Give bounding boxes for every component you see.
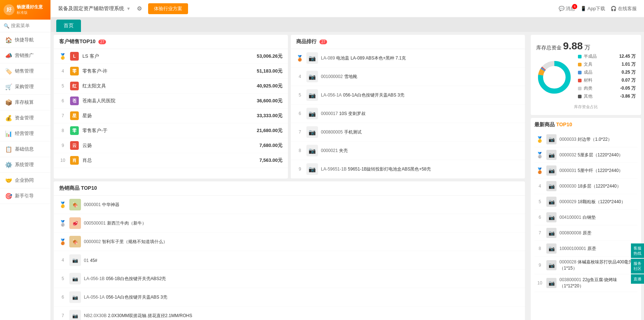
home-icon: 🏠 <box>5 37 12 43</box>
medal-bronze-icon: 🥉 <box>296 55 303 62</box>
sidebar-item-jichu[interactable]: 📋基础信息 <box>0 141 50 157</box>
customer-amount: 53,006.26元 <box>257 53 282 60</box>
sidebar-item-yingxiao[interactable]: 📣营销推广 <box>0 48 50 63</box>
rank-number: 9 <box>536 263 543 268</box>
legend-dot <box>578 71 582 74</box>
settings-icon[interactable]: ⚙ <box>134 4 144 14</box>
rank-number: 8 <box>536 246 543 251</box>
gear-icon: ⚙️ <box>5 161 12 168</box>
customer-ranking-card: 客户销售TOP10 27 🥇 L LS 客户 53,006.26元 <box>54 35 288 179</box>
float-btn-community[interactable]: 服务社区 <box>631 259 644 274</box>
rank-number: 5 <box>536 199 543 204</box>
customer-name: LS 客户 <box>82 53 253 60</box>
rank-number: 7 <box>536 230 543 235</box>
product-info: 003800001 22g鱼豆腐·烧烤味（1*12*20） <box>559 277 636 289</box>
product-info: 001000002 雪地靴 <box>321 74 519 80</box>
new-products-list: 🥇 📷 0000033 封边带（1.0*22） 🥈 📷 0000032 5厘多 <box>534 132 637 292</box>
product-image: 📷 <box>306 108 318 119</box>
sidebar-item-xiaoshou[interactable]: 🏷️销售管理 <box>0 63 50 79</box>
product-image: 📷 <box>306 126 318 138</box>
product-info: 000800008 原垄 <box>559 230 636 236</box>
product-ranking-header: 商品排行 27 <box>291 35 525 49</box>
product-image: 📷 <box>546 134 557 144</box>
list-item: 5 📷 0000029 18颗粒板（1220*2440） <box>534 194 637 210</box>
product-info: 0000030 18多层（1220*2440） <box>559 183 636 189</box>
message-badge[interactable]: 💬 消息 6 <box>559 5 575 12</box>
customer-badge: 零 <box>70 126 79 135</box>
medal-silver-icon: 🥈 <box>536 152 543 159</box>
product-image: 📷 <box>69 254 81 266</box>
product-image: 🍖 <box>69 199 81 210</box>
customer-amount: 33,333.00元 <box>257 112 282 119</box>
customer-name: 星扬 <box>82 112 253 119</box>
sidebar-item-xinshou[interactable]: 🎯新手引导 <box>0 188 50 204</box>
handshake-icon: 🤝 <box>5 177 12 184</box>
sidebar-item-zijin[interactable]: 💰资金管理 <box>0 110 50 126</box>
phone-icon: 📱 <box>580 6 586 11</box>
middle-panel: 客户销售TOP10 27 🥇 L LS 客户 53,006.26元 <box>51 32 528 320</box>
table-row: 10 肖 肖总 7,563.00元 <box>54 153 288 168</box>
top-section: 客户销售TOP10 27 🥇 L LS 客户 53,006.26元 <box>54 35 525 179</box>
product-image: 📷 <box>306 145 318 156</box>
cart-icon: 🛒 <box>5 83 12 90</box>
rank-number: 4 <box>536 184 543 189</box>
product-info: LA-59651-1B 59651-1B旋转投影灯电池盒ABS黑色+58壳 <box>321 166 519 172</box>
customer-amount: 7,563.00元 <box>259 157 282 164</box>
customer-badge: 肖 <box>70 156 79 165</box>
chart-icon: 📊 <box>5 130 12 137</box>
legend-dot <box>578 55 582 58</box>
list-item: 9 📷 LA-59651-1B 59651-1B旋转投影灯电池盒ABS黑色+58… <box>291 160 525 179</box>
legend-dot <box>578 79 582 82</box>
product-image: 🍖 <box>69 236 81 247</box>
product-info: 0000033 封边带（1.0*22） <box>559 136 636 143</box>
rank-number: 5 <box>59 83 66 89</box>
sidebar-nav: 🏠快捷导航 📣营销推广 🏷️销售管理 🛒采购管理 📦库存核算 💰资金管理 📊经营… <box>0 32 50 320</box>
inventory-value: 9.88 <box>563 40 583 52</box>
inventory-unit: 万 <box>583 44 590 50</box>
customer-amount: 21,680.00元 <box>257 127 282 134</box>
online-service[interactable]: 🎧 在线客服 <box>611 5 637 12</box>
page-tabs: 首页 <box>51 17 644 32</box>
product-ranking-list: 🥉 📷 LA-089 电池盖 LA-089 ABS本色+黑种 7.1克 4 📷 <box>291 49 525 179</box>
product-image: 📷 <box>546 243 557 254</box>
list-item: 4 📷 01 45# <box>54 251 525 270</box>
chart-container: 半成品 12.45 万 文具 1.01 万 成品 0.25 万 <box>536 53 636 101</box>
float-btn-service[interactable]: 客服热线 <box>631 243 644 258</box>
sidebar-item-kuaijie[interactable]: 🏠快捷导航 <box>0 32 50 48</box>
sidebar-item-xitong[interactable]: ⚙️系统管理 <box>0 157 50 173</box>
sidebar-item-kucun[interactable]: 📦库存核算 <box>0 95 50 110</box>
product-info: 0000002 智利车子里（规格不知道填什么） <box>84 239 519 245</box>
product-info: 01 45# <box>84 258 519 263</box>
app-download[interactable]: 📱 App下载 <box>580 5 605 12</box>
tab-home[interactable]: 首页 <box>56 20 81 32</box>
product-info: 10000100001 原垄 <box>559 246 636 252</box>
product-info: LA-089 电池盖 LA-089 ABS本色+黑种 7.1克 <box>321 55 519 61</box>
customer-name: 零售客户-于 <box>82 127 253 134</box>
main-area: 装备及固定资产辅助管理系统 ▼ ⚙ 体验行业方案 💬 消息 6 📱 App下载 … <box>51 0 644 320</box>
customer-name: 云扬 <box>82 142 256 149</box>
float-btn-live[interactable]: 直播 <box>631 274 644 284</box>
customer-name: 肖总 <box>82 157 256 164</box>
sidebar-item-jingying[interactable]: 📊经营管理 <box>0 126 50 141</box>
table-row: 9 云 云扬 7,680.00元 <box>54 138 288 153</box>
search-menu[interactable]: 🔍 搜索菜单 <box>0 20 50 32</box>
experience-button[interactable]: 体验行业方案 <box>148 3 188 14</box>
customer-amount: 36,600.00元 <box>257 98 282 104</box>
logo-icon: 好 <box>4 4 15 15</box>
product-image: 📷 <box>306 89 318 101</box>
new-products-card: 最新商品 TOP10 🥇 📷 0000033 封边带（1.0*22） 🥈 📷 <box>531 118 641 320</box>
list-icon: 📋 <box>5 146 12 152</box>
megaphone-icon: 📣 <box>5 52 12 59</box>
list-item: 4 📷 0000030 18多层（1220*2440） <box>534 179 637 194</box>
sidebar-item-qiye[interactable]: 🤝企业协同 <box>0 173 50 188</box>
product-ranking-title: 商品排行 <box>296 38 317 45</box>
list-item: 8 📷 0000021 夹壳 <box>291 141 525 160</box>
sidebar-item-caigou[interactable]: 🛒采购管理 <box>0 79 50 95</box>
customer-ranking-list: 🥇 L LS 客户 53,006.26元 4 零 零售客户-许 51,183.0… <box>54 49 288 168</box>
product-info: 000500001 新西兰牛肉（新牛） <box>84 220 519 226</box>
system-title: 装备及固定资产辅助管理系统 ▼ <box>58 5 131 12</box>
list-item: 6 📷 0000017 10S 变刺罗叔 <box>291 104 525 123</box>
customer-badge: 红 <box>70 82 79 90</box>
list-item: 10 📷 003800001 22g鱼豆腐·烧烤味（1*12*20） <box>534 274 637 292</box>
dropdown-icon[interactable]: ▼ <box>126 6 131 11</box>
